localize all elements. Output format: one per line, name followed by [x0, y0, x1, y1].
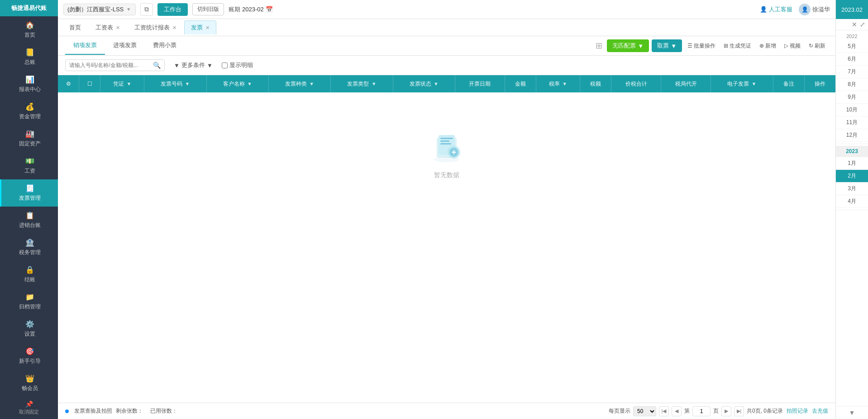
filter-icon: ▼	[174, 62, 180, 69]
month-2023-01[interactable]: 1月	[836, 157, 868, 170]
show-detail-checkbox-input[interactable]	[222, 63, 228, 68]
month-2023-04[interactable]: 4月	[836, 195, 868, 208]
more-filter-button[interactable]: ▼ 更多条件 ▼	[170, 59, 216, 71]
search-input[interactable]	[69, 62, 150, 68]
col-invoice-no-filter[interactable]: ▼	[185, 81, 190, 87]
col-tax-rate: 税率 ▼	[536, 75, 580, 92]
refresh-button[interactable]: ↻ 刷新	[806, 40, 828, 52]
sidebar-item-reports[interactable]: 📊 报表中心	[0, 71, 58, 98]
month-2022-07[interactable]: 7月	[836, 66, 868, 78]
more-filter-arrow: ▼	[207, 62, 213, 69]
month-2022-06[interactable]: 6月	[836, 53, 868, 66]
month-2022-11[interactable]: 11月	[836, 116, 868, 129]
date-panel-controls: ✕ ⤢	[836, 19, 868, 30]
new-button[interactable]: ⊕ 新增	[757, 40, 779, 52]
month-2022-08[interactable]: 8月	[836, 78, 868, 91]
sidebar-item-closing[interactable]: 🔒 结账	[0, 261, 58, 288]
col-electronic-filter[interactable]: ▼	[752, 81, 757, 87]
user-profile[interactable]: 👤 徐溢华	[799, 4, 830, 15]
reports-icon: 📊	[25, 75, 34, 84]
copy-button[interactable]: ⧉	[140, 3, 153, 16]
close-panel-icon[interactable]: ✕	[852, 21, 857, 28]
col-invoice-category-filter[interactable]: ▼	[372, 81, 377, 87]
no-match-button[interactable]: 无匹配票 ▼	[607, 39, 649, 52]
take-ticket-button[interactable]: 取票 ▼	[652, 39, 682, 52]
sidebar-item-tax[interactable]: 🏦 税务管理	[0, 234, 58, 261]
app-logo: 畅捷通易代账	[0, 0, 58, 16]
last-page-button[interactable]: ▶|	[734, 406, 744, 416]
tab-invoice[interactable]: 发票 ✕	[184, 20, 216, 34]
maximize-panel-icon[interactable]: ⤢	[860, 21, 865, 28]
month-2022-05[interactable]: 5月	[836, 40, 868, 53]
video-button[interactable]: ▷ 视频	[782, 40, 803, 52]
sub-tab-expense-receipt[interactable]: 费用小票	[145, 37, 185, 55]
sidebar-bottom: 📌 取消固定	[0, 397, 58, 419]
recharge-link[interactable]: 去充值	[812, 407, 828, 415]
show-detail-checkbox[interactable]: 显示明细	[222, 61, 253, 69]
gen-voucher-button[interactable]: ⊞ 生成凭证	[721, 40, 754, 52]
tab-payroll[interactable]: 工资表 ✕	[89, 20, 127, 34]
assets-icon: 🏭	[25, 130, 34, 138]
col-tax-rate-filter[interactable]: ▼	[562, 81, 567, 87]
month-2022-10[interactable]: 10月	[836, 104, 868, 116]
batch-ops-button[interactable]: ☰ 批量操作	[685, 40, 718, 52]
col-invoice-status-filter[interactable]: ▼	[434, 81, 439, 87]
sidebar: 畅捷通易代账 🏠 首页 📒 总账 📊 报表中心 💰 资金管理 🏭 固定资产 💵 …	[0, 0, 58, 419]
year-2022-label: 2022	[836, 32, 868, 40]
photo-record-link[interactable]: 拍照记录	[787, 407, 808, 415]
date-panel-header: 2023.02	[836, 0, 868, 19]
month-2022-12[interactable]: 12月	[836, 129, 868, 142]
col-invoice-no: 发票号码 ▼	[144, 75, 206, 92]
sidebar-item-guide[interactable]: 🎯 新手引导	[0, 342, 58, 370]
service-button[interactable]: 👤 人工客服	[760, 5, 792, 14]
sidebar-item-assets[interactable]: 🏭 固定资产	[0, 125, 58, 152]
sidebar-item-member[interactable]: 👑 畅会员	[0, 370, 58, 397]
payroll-icon: 💵	[25, 157, 34, 165]
month-2022-09[interactable]: 9月	[836, 91, 868, 104]
sidebar-item-invoice[interactable]: 🧾 发票管理	[0, 179, 58, 207]
date-panel-scroll[interactable]: 2022 5月 6月 7月 8月 9月 10月 11月 12月 2023 1月 …	[836, 30, 868, 406]
settings-icon: ⚙️	[25, 320, 34, 328]
month-2023-02[interactable]: 2月	[836, 170, 868, 183]
year-2023-block: 2023 1月 2月 3月 4月	[836, 144, 868, 210]
sidebar-item-settings[interactable]: ⚙️ 设置	[0, 315, 58, 342]
scroll-down-icon: ▼	[849, 409, 855, 416]
ledger-icon: 📒	[25, 48, 34, 57]
col-invoice-type-filter[interactable]: ▼	[309, 81, 314, 87]
sidebar-item-archive[interactable]: 📁 归档管理	[0, 288, 58, 315]
tab-home[interactable]: 首页	[62, 20, 88, 34]
pin-button[interactable]: 📌 取消固定	[19, 400, 39, 415]
first-page-button[interactable]: |◀	[659, 406, 669, 416]
col-voucher-filter[interactable]: ▼	[126, 81, 131, 87]
switch-version-button[interactable]: 切到旧版	[192, 3, 224, 15]
grid-view-icon[interactable]: ⊞	[596, 41, 602, 51]
month-2023-03[interactable]: 3月	[836, 183, 868, 195]
sidebar-item-payroll[interactable]: 💵 工资	[0, 152, 58, 179]
avatar: 👤	[799, 4, 811, 15]
sidebar-item-home[interactable]: 🏠 首页	[0, 16, 58, 43]
page-number-input[interactable]	[692, 406, 711, 416]
tax-icon: 🏦	[25, 238, 34, 247]
search-icon[interactable]: 🔍	[153, 62, 161, 69]
sidebar-item-sales[interactable]: 📋 进销台账	[0, 207, 58, 234]
col-settings[interactable]: ⚙	[58, 75, 79, 92]
col-remark: 备注	[773, 75, 804, 92]
workspace-button[interactable]: 工作台	[157, 3, 188, 16]
sub-tab-purchase-invoice[interactable]: 进项发票	[105, 37, 145, 55]
tab-payroll-stats[interactable]: 工资统计报表 ✕	[128, 20, 183, 34]
page-size-select[interactable]: 50 10 20 100	[633, 406, 656, 416]
sales-icon: 📋	[25, 211, 34, 220]
close-tab-payroll[interactable]: ✕	[116, 25, 120, 31]
sub-tab-sales-invoice[interactable]: 销项发票	[65, 37, 105, 55]
sidebar-item-ledger[interactable]: 📒 总账	[0, 43, 58, 71]
company-selector[interactable]: (勿删）江西服宝-LSS ▼	[63, 4, 136, 15]
close-tab-invoice[interactable]: ✕	[205, 25, 210, 31]
col-checkbox[interactable]: ☐	[79, 75, 100, 92]
prev-page-button[interactable]: ◀	[672, 406, 682, 416]
next-page-button[interactable]: ▶	[721, 406, 731, 416]
close-tab-payroll-stats[interactable]: ✕	[172, 25, 176, 31]
date-panel-scroll-down[interactable]: ▼	[836, 406, 868, 419]
sidebar-item-funds[interactable]: 💰 资金管理	[0, 98, 58, 125]
col-customer-filter[interactable]: ▼	[247, 81, 252, 87]
svg-rect-3	[440, 138, 453, 139]
